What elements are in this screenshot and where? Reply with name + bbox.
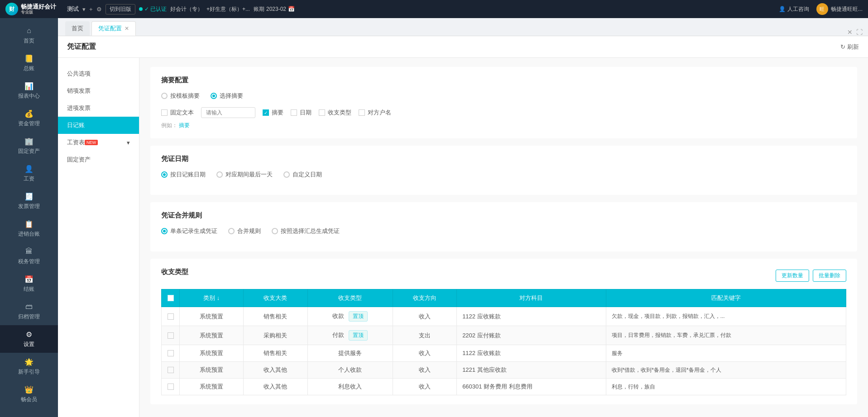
archive-icon: 🗃 (24, 302, 34, 311)
header-dropdown-icon[interactable]: ▾ (82, 6, 86, 13)
left-nav-payroll[interactable]: 工资表 NEW ▾ (58, 134, 139, 151)
old-version-button[interactable]: 切到旧版 (106, 4, 135, 14)
batch-delete-button[interactable]: 批量删除 (813, 270, 846, 282)
left-nav-journal[interactable]: 日记账 (58, 117, 139, 134)
row1-check[interactable] (162, 307, 180, 326)
row2-check[interactable] (162, 326, 180, 345)
sidebar-item-ledger[interactable]: 📒 总账 (0, 49, 58, 77)
left-nav-public[interactable]: 公共选项 (58, 65, 139, 82)
window-close-icon[interactable]: ✕ (847, 28, 853, 36)
sidebar-label-home: 首页 (24, 37, 34, 45)
row5-category: 系统预置 (180, 379, 244, 395)
sidebar-item-invoice[interactable]: 🧾 发票管理 (0, 187, 58, 215)
summary-radio-template-circle (161, 93, 168, 99)
ledger-icon: 📒 (24, 54, 34, 63)
sidebar-label-guide: 新手引导 (18, 368, 40, 376)
row3-major-type: 销售相关 (244, 345, 307, 362)
calendar-icon[interactable]: 📅 (288, 6, 295, 12)
good-accounting-label: 好会计（专） (170, 5, 203, 13)
date-radio-journal[interactable]: 按日记账日期 (161, 171, 206, 179)
left-nav-purchase-invoice[interactable]: 进项发票 (58, 100, 139, 117)
row4-check[interactable] (162, 362, 180, 379)
sidebar-label-settings: 设置 (24, 341, 34, 348)
service-icon: 👤 (779, 6, 786, 12)
good-business-label: +好生意（标）+... (206, 5, 250, 13)
row1-keywords: 欠款，现金，项目款，到款，报销款，汇入，... (606, 307, 846, 326)
col-direction-label: 收支方向 (413, 294, 436, 301)
row3-check[interactable] (162, 345, 180, 362)
sidebar-item-tax[interactable]: 🏛 税务管理 (0, 242, 58, 270)
checkbox-summary[interactable]: ✓ 摘要 (263, 109, 283, 117)
summary-config-section: 摘要配置 按模板摘要 选择摘要 (150, 67, 857, 138)
col-major-type-label: 收支大类 (264, 294, 287, 301)
row5-checkbox[interactable] (168, 384, 174, 390)
row1-reset-btn[interactable]: 置顶 (349, 311, 368, 322)
tab-bar: 首页 凭证配置 ✕ ✕ ⛶ (58, 18, 868, 36)
sidebar-item-home[interactable]: ⌂ 首页 (0, 22, 58, 49)
checkbox-counterpart-name[interactable]: 对方户名 (359, 109, 391, 117)
tab-close-icon[interactable]: ✕ (125, 25, 129, 32)
left-nav: 公共选项 销项发票 进项发票 日记账 工资表 NEW ▾ 固定资产 (58, 58, 139, 417)
summary-radio-group: 按模板摘要 选择摘要 (161, 92, 846, 100)
row5-check[interactable] (162, 379, 180, 395)
refresh-button[interactable]: ↻ 刷新 (840, 43, 859, 51)
tab-home[interactable]: 首页 (65, 21, 90, 36)
example-value: 摘要 (179, 122, 190, 128)
sidebar-item-closing[interactable]: 📅 结账 (0, 270, 58, 298)
service-button[interactable]: 👤 人工咨询 (779, 5, 809, 13)
sidebar-item-guide[interactable]: 🌟 新手引导 (0, 353, 58, 380)
merge-radio-rules-circle (228, 228, 235, 234)
merge-radio-rules[interactable]: 合并规则 (228, 227, 261, 235)
left-nav-journal-label: 日记账 (67, 121, 85, 129)
left-nav-public-label: 公共选项 (67, 70, 91, 78)
header-checkbox[interactable] (168, 295, 174, 301)
sidebar-item-salary[interactable]: 👤 工资 (0, 160, 58, 187)
header-company: 测试 (67, 5, 79, 13)
tax-icon: 🏛 (24, 247, 34, 256)
sidebar-item-settings[interactable]: ⚙ 设置 (0, 325, 58, 353)
header-add-icon[interactable]: + (89, 6, 93, 13)
sidebar-item-funds[interactable]: 💰 资金管理 (0, 104, 58, 132)
logo-icon: 财 (5, 3, 18, 15)
left-nav-purchase-label: 进项发票 (67, 104, 91, 112)
left-nav-sales-invoice[interactable]: 销项发票 (58, 82, 139, 100)
date-radio-last-day-label: 对应期间最后一天 (225, 171, 273, 179)
sidebar-label-archive: 归档管理 (18, 313, 40, 321)
col-checkbox[interactable] (162, 289, 180, 307)
row3-checkbox[interactable] (168, 350, 174, 356)
row4-checkbox[interactable] (168, 367, 174, 373)
header-setting-icon[interactable]: ⚙ (96, 6, 102, 13)
date-radio-last-day[interactable]: 对应期间最后一天 (216, 171, 273, 179)
merge-radio-summary[interactable]: 按照选择汇总生成凭证 (272, 227, 340, 235)
fixed-text-input[interactable] (201, 107, 255, 118)
merge-radio-single[interactable]: 单条记录生成凭证 (161, 227, 217, 235)
row2-checkbox[interactable] (168, 332, 174, 339)
table-head: 类别 ↓ 收支大类 收支类型 收支方向 对方科目 匹配关键字 (162, 289, 846, 307)
sidebar-item-member[interactable]: 👑 畅会员 (0, 380, 58, 408)
row1-checkbox[interactable] (168, 313, 174, 320)
left-nav-fixed-assets[interactable]: 固定资产 (58, 151, 139, 168)
funds-icon: 💰 (24, 109, 34, 118)
summary-radio-template[interactable]: 按模板摘要 (161, 92, 200, 100)
checkbox-fixed-text[interactable]: 固定文本 (161, 109, 194, 117)
row2-reset-btn[interactable]: 置顶 (349, 330, 368, 341)
reports-icon: 📊 (24, 81, 34, 90)
col-direction: 收支方向 (393, 289, 456, 307)
tab-voucher-config[interactable]: 凭证配置 ✕ (91, 21, 136, 36)
date-radio-custom[interactable]: 自定义日期 (283, 171, 322, 179)
user-area[interactable]: 旺 畅捷通旺旺... (816, 3, 863, 15)
summary-radio-select[interactable]: 选择摘要 (211, 92, 243, 100)
tab-voucher-config-label: 凭证配置 (98, 24, 122, 33)
main-layout: ⌂ 首页 📒 总账 📊 报表中心 💰 资金管理 🏢 固定资产 👤 工资 🧾 发票… (0, 18, 868, 417)
table-row: 系统预置 销售相关 提供服务 收入 1122 应收账款 服务 (162, 345, 846, 362)
window-expand-icon[interactable]: ⛶ (856, 28, 863, 36)
example-prefix: 例如： (161, 122, 177, 128)
sidebar-item-purchase-sales[interactable]: 📋 进销台账 (0, 215, 58, 242)
sidebar-item-fixed-assets[interactable]: 🏢 固定资产 (0, 132, 58, 160)
checkbox-date[interactable]: 日期 (291, 109, 312, 117)
sidebar-item-archive[interactable]: 🗃 归档管理 (0, 298, 58, 325)
main-content: 摘要配置 按模板摘要 选择摘要 (139, 58, 868, 417)
sidebar-item-reports[interactable]: 📊 报表中心 (0, 77, 58, 104)
update-count-button[interactable]: 更新数量 (776, 270, 809, 282)
checkbox-income-expense-type[interactable]: 收支类型 (319, 109, 351, 117)
